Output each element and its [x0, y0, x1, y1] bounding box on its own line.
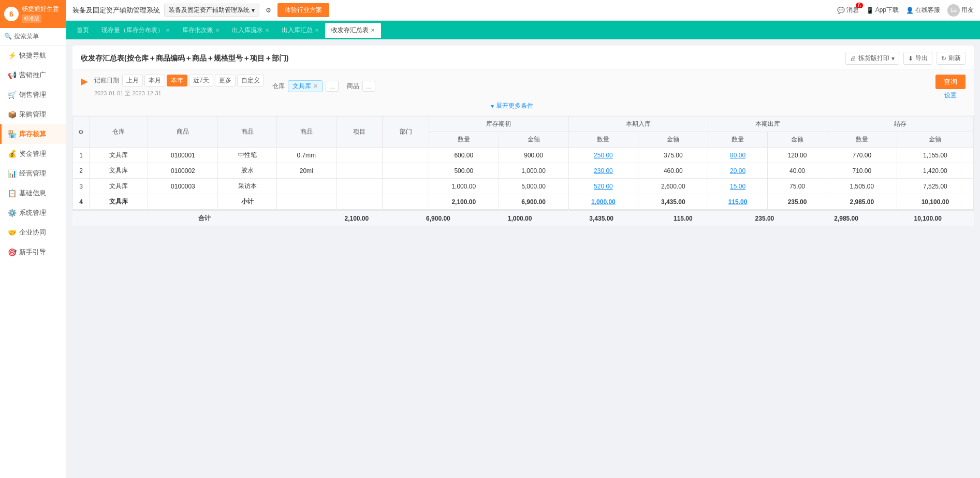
refresh-button[interactable]: ↻ 刷新 [937, 52, 966, 65]
row-warehouse: 文具库 [90, 148, 148, 163]
row-in-amt: 2,600.00 [638, 179, 708, 194]
row-in-qty[interactable]: 250.00 [568, 148, 638, 163]
row-bal-qty: 2,985.00 [827, 194, 897, 210]
row-name: 中性笔 [218, 148, 276, 163]
tab-batch[interactable]: 库存批次账✕ [176, 23, 226, 38]
row-out-qty[interactable]: 80.00 [708, 148, 768, 163]
user-menu-button[interactable]: Ea 用友 [947, 4, 974, 17]
date-btn-7days[interactable]: 近7天 [189, 75, 213, 86]
nav-label: 经营管理 [19, 169, 46, 178]
sidebar-item-system[interactable]: ⚙️系统管理 [0, 203, 66, 223]
online-service-button[interactable]: 👤 在线客服 [906, 6, 940, 15]
nav-label: 新手引导 [19, 248, 46, 257]
nav-label: 基础信息 [19, 189, 46, 198]
tab-close-inout-summary[interactable]: ✕ [315, 27, 319, 33]
query-button[interactable]: 查询 [935, 75, 966, 89]
sidebar-item-sales[interactable]: 🛒销售管理 [0, 85, 66, 105]
tab-inventory-dist[interactable]: 现存量（库存分布表）✕ [95, 23, 176, 38]
sidebar-item-operations[interactable]: 📊经营管理 [0, 164, 66, 183]
table-row: 4 文具库 小计 2,100.00 6,900.00 1,000.00 3,43… [73, 194, 974, 210]
export-button[interactable]: ⬇ 导出 [903, 52, 932, 65]
in-qty-link[interactable]: 250.00 [594, 152, 613, 159]
row-warehouse: 文具库 [90, 163, 148, 179]
tab-close-inout-flow[interactable]: ✕ [265, 27, 269, 33]
date-shortcuts: 上月 本月 本年 近7天 更多 自定义 [122, 75, 264, 86]
sidebar-search[interactable]: 🔍 搜索菜单 [0, 28, 66, 46]
row-name: 小计 [218, 194, 276, 210]
row-in-qty[interactable]: 1,000.00 [568, 194, 638, 210]
avatar: Ea [947, 4, 960, 17]
sidebar-item-collab[interactable]: 🤝企业协同 [0, 223, 66, 242]
in-qty-link[interactable]: 230.00 [594, 167, 613, 175]
sidebar-logo: 6 畅捷通好生意 标准版 [0, 0, 66, 28]
refresh-label: 刷新 [948, 54, 961, 63]
date-btn-more[interactable]: 更多 [215, 75, 236, 86]
col-spec: 商品 [276, 117, 336, 148]
message-button[interactable]: 💬 消息 6 [837, 6, 859, 15]
nav-label: 库存核算 [19, 129, 46, 139]
tab-close-recv-send-summary[interactable]: ✕ [371, 27, 375, 33]
out-qty-link[interactable]: 20.00 [730, 167, 745, 175]
sidebar-item-guide[interactable]: 🎯新手引导 [0, 242, 66, 262]
date-btn-prev-month[interactable]: 上月 [122, 75, 143, 86]
app-download-button[interactable]: 📱 App下载 [866, 6, 899, 15]
date-btn-this-month[interactable]: 本月 [144, 75, 165, 86]
tab-inout-summary[interactable]: 出入库汇总✕ [275, 23, 325, 38]
settings-link[interactable]: 设置 [935, 91, 966, 100]
sys-dropdown[interactable]: 装备及固定资产辅助管理系统 ▾ [164, 4, 259, 17]
main-content: 收发存汇总表(按仓库＋商品编码＋商品＋规格型号＋项目＋部门) 🖨 拣货版打印 ▾… [66, 39, 980, 478]
row-in-qty[interactable]: 520.00 [568, 179, 638, 194]
sidebar-item-quick-nav[interactable]: ⚡快捷导航 [0, 46, 66, 65]
row-init-amt: 900.00 [499, 148, 568, 163]
sidebar-item-marketing[interactable]: 📢营销推广 [0, 65, 66, 85]
row-code: 0100001 [148, 148, 218, 163]
col-group-bal: 结存 [827, 117, 973, 132]
table-row: 1 文具库 0100001 中性笔 0.7mm 600.00 900.00 25… [73, 148, 974, 163]
inventory-icon: 🏪 [8, 130, 16, 138]
sidebar-item-inventory[interactable]: 🏪库存核算 [0, 124, 66, 144]
trial-button[interactable]: 体验行业方案 [277, 3, 329, 17]
sidebar-item-basic[interactable]: 📋基础信息 [0, 183, 66, 203]
page-container: 收发存汇总表(按仓库＋商品编码＋商品＋规格型号＋项目＋部门) 🖨 拣货版打印 ▾… [72, 46, 974, 226]
tab-close-inventory-dist[interactable]: ✕ [166, 27, 170, 33]
row-bal-amt: 1,420.00 [897, 163, 973, 179]
expand-more-btn[interactable]: ▾ 展开更多条件 [491, 102, 533, 110]
tab-close-batch[interactable]: ✕ [215, 27, 220, 33]
col-dept: 部门 [383, 117, 429, 148]
date-btn-this-year[interactable]: 本年 [167, 75, 187, 86]
dropdown-label: 装备及固定资产辅助管理系统 [169, 6, 250, 15]
gear-icon[interactable]: ⚙ [264, 5, 273, 16]
row-in-qty[interactable]: 230.00 [568, 163, 638, 179]
in-qty-link[interactable]: 520.00 [594, 183, 613, 190]
out-qty-link[interactable]: 15.00 [730, 183, 745, 190]
row-name: 采访本 [218, 179, 276, 194]
row-init-qty: 2,100.00 [429, 194, 499, 210]
col-settings[interactable]: ⚙ [73, 117, 90, 148]
sidebar-tag: 标准版 [22, 15, 41, 23]
row-in-amt: 375.00 [638, 148, 708, 163]
warehouse-remove-btn[interactable]: ✕ [313, 83, 318, 90]
tab-recv-send-summary[interactable]: 收发存汇总表✕ [325, 23, 381, 38]
in-qty-link[interactable]: 1,000.00 [591, 198, 616, 206]
row-out-amt: 235.00 [768, 194, 827, 210]
col-init-qty: 数量 [429, 132, 499, 148]
row-out-qty[interactable]: 115.00 [708, 194, 768, 210]
row-out-qty[interactable]: 20.00 [708, 163, 768, 179]
goods-more-btn[interactable]: ... [362, 81, 375, 92]
tab-home[interactable]: 首页 [70, 23, 95, 38]
row-init-amt: 5,000.00 [499, 179, 568, 194]
filter-toggle[interactable]: ▶ [81, 76, 88, 87]
tab-inout-flow[interactable]: 出入库流水✕ [226, 23, 275, 38]
row-bal-amt: 10,100.00 [897, 194, 973, 210]
sidebar-item-finance[interactable]: 💰资金管理 [0, 144, 66, 164]
date-btn-custom[interactable]: 自定义 [237, 75, 264, 86]
tabs-bar: 首页现存量（库存分布表）✕库存批次账✕出入库流水✕出入库汇总✕收发存汇总表✕ [66, 21, 980, 39]
sidebar-item-purchase[interactable]: 📦采购管理 [0, 105, 66, 124]
date-label: 记账日期 [94, 76, 119, 85]
print-button[interactable]: 🖨 拣货版打印 ▾ [845, 52, 899, 65]
out-qty-link[interactable]: 115.00 [728, 198, 748, 206]
service-icon: 👤 [906, 7, 914, 14]
row-out-qty[interactable]: 15.00 [708, 179, 768, 194]
out-qty-link[interactable]: 80.00 [730, 152, 745, 159]
warehouse-more-btn[interactable]: ... [326, 81, 339, 92]
